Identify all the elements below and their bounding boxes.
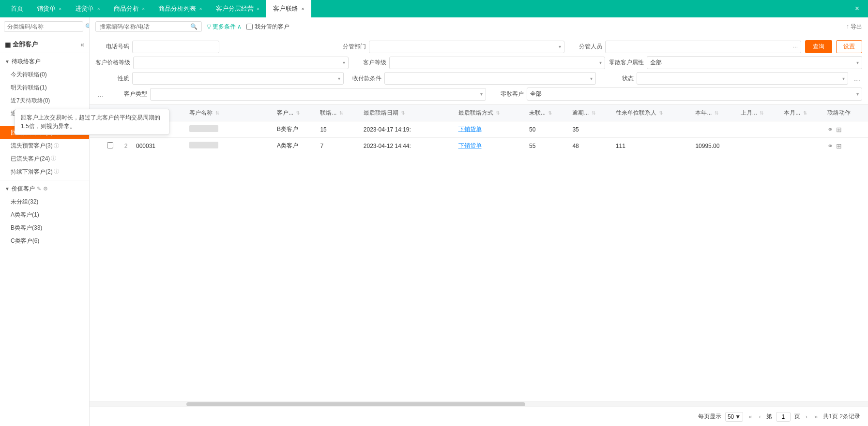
- td-last-contact-method-1[interactable]: 下销货单: [456, 121, 527, 138]
- more-conditions-btn[interactable]: ▽ 更多条件 ∧: [207, 23, 242, 31]
- th-uncontacted[interactable]: 未联... ⇅: [526, 105, 569, 121]
- pay-condition-select[interactable]: ▾: [384, 72, 596, 85]
- tooltip-text: 距客户上次交易时长，超过了此客户的平均交易周期的1.5倍，则视为异常。: [21, 114, 89, 130]
- horizontal-scrollbar[interactable]: [90, 401, 868, 407]
- td-last-contact-method-2[interactable]: 下销货单: [456, 138, 527, 154]
- nav-sales-order-close[interactable]: ×: [59, 6, 61, 12]
- person-select-dots: ···: [793, 44, 798, 50]
- th-this-year-sort: ⇅: [715, 110, 718, 116]
- prev-page-btn[interactable]: ‹: [757, 413, 762, 420]
- sidebar-item-class-a[interactable]: A类客户(1): [0, 208, 89, 221]
- search-input[interactable]: [100, 23, 190, 30]
- window-close-button[interactable]: ×: [850, 4, 864, 13]
- sidebar-item-tomorrow[interactable]: 明天待联络(1): [0, 81, 89, 94]
- sidebar-search-icon[interactable]: 🔍: [85, 23, 90, 30]
- th-name[interactable]: 客户名称 ⇅: [186, 105, 274, 121]
- filter-dots-4[interactable]: ...: [95, 90, 106, 99]
- nav-customer-contact-label: 客户联络: [273, 4, 298, 13]
- nav-purchase-order[interactable]: 进货单 ×: [68, 0, 107, 17]
- person-select[interactable]: ···: [605, 41, 801, 53]
- row1-last-contact-method[interactable]: 下销货单: [458, 126, 482, 132]
- th-overdue[interactable]: 逾期... ⇅: [569, 105, 612, 121]
- scroll-thumb[interactable]: [186, 402, 525, 406]
- settings-button[interactable]: 设置: [836, 40, 862, 53]
- page-number-input[interactable]: [776, 412, 791, 422]
- row2-grid-icon[interactable]: ⊞: [836, 142, 842, 150]
- th-type[interactable]: 客户... ⇅: [274, 105, 317, 121]
- declining-info-icon: ⓘ: [54, 168, 59, 175]
- nav-home[interactable]: 首页: [4, 0, 30, 17]
- customer-grade-select[interactable]: ▾: [389, 57, 606, 69]
- nav-product-analysis[interactable]: 商品分析 ×: [107, 0, 152, 17]
- filter-icon: ▽: [207, 23, 211, 30]
- sidebar-item-7days[interactable]: 近7天待联络(0): [0, 94, 89, 107]
- per-page-select[interactable]: 50 ▼: [725, 412, 743, 422]
- nav-product-analysis-close[interactable]: ×: [142, 6, 145, 12]
- th-last-month[interactable]: 上月... ⇅: [738, 105, 781, 121]
- sidebar-all-customers[interactable]: ▦ 全部客户 «: [0, 36, 89, 53]
- next-page-btn[interactable]: ›: [804, 413, 809, 420]
- nav-purchase-order-close[interactable]: ×: [97, 6, 100, 12]
- nav-customer-tiering[interactable]: 客户分层经营 ×: [209, 0, 266, 17]
- row1-link-icon[interactable]: ⚭: [827, 126, 833, 133]
- dept-select[interactable]: ▾: [369, 41, 565, 53]
- value-group-edit-icon[interactable]: ✎: [37, 186, 41, 192]
- nav-product-analysis-list-close[interactable]: ×: [199, 6, 202, 12]
- sidebar-toggle-icon[interactable]: «: [80, 41, 84, 48]
- sidebar-search-input[interactable]: [4, 21, 83, 32]
- th-contact[interactable]: 联络... ⇅: [317, 105, 360, 121]
- phone-input[interactable]: [132, 41, 219, 53]
- sidebar-item-today[interactable]: 今天待联络(0): [0, 68, 89, 81]
- filter-customer-grade: 客户等级 ▾: [352, 57, 606, 69]
- td-company-contact-1: [613, 121, 693, 138]
- row2-link-icon[interactable]: ⚭: [827, 142, 833, 150]
- row2-last-contact-method[interactable]: 下销货单: [458, 142, 482, 149]
- customer-type-select[interactable]: ▾: [150, 88, 486, 101]
- churn-warning-info-icon: ⓘ: [54, 142, 59, 149]
- sidebar-item-ungroup[interactable]: 未分组(32): [0, 195, 89, 208]
- sidebar-item-churn-warning[interactable]: 流失预警客户(3) ⓘ: [0, 139, 89, 152]
- th-this-month[interactable]: 本月... ⇅: [781, 105, 824, 121]
- filter-gender: 性质 ▾: [95, 72, 344, 85]
- row2-checkbox[interactable]: [107, 142, 113, 148]
- first-page-btn[interactable]: «: [747, 413, 753, 420]
- price-grade-select[interactable]: ▾: [133, 57, 349, 69]
- advanced-filter: 电话号码 分管部门 ▾ 分管人员 ···: [90, 36, 868, 105]
- pending-section-label: 待联络客户: [12, 58, 41, 66]
- content-area: 🔍 ▽ 更多条件 ∧ 我分管的客户 ↑ 导出: [90, 17, 868, 426]
- nav-sales-order[interactable]: 销货单 ×: [30, 0, 68, 17]
- search-icon[interactable]: 🔍: [190, 23, 198, 30]
- nav-customer-tiering-close[interactable]: ×: [257, 6, 259, 12]
- tooltip-box: 距客户上次交易时长，超过了此客户的平均交易周期的1.5倍，则视为异常。: [15, 109, 89, 135]
- sidebar: 🔍 ▦ 全部客户 « ▼ 待联络客户 今天待联络(0): [0, 17, 90, 426]
- retail-customer-select[interactable]: 全部 ▾: [527, 88, 862, 101]
- sidebar-item-declining[interactable]: 持续下滑客户(2) ⓘ: [0, 165, 89, 178]
- sidebar-section-pending-title[interactable]: ▼ 待联络客户: [0, 55, 89, 68]
- th-company-contact[interactable]: 往来单位联系人 ⇅: [613, 105, 693, 121]
- sidebar-item-churned[interactable]: 已流失客户(24) ⓘ: [0, 152, 89, 165]
- row1-grid-icon[interactable]: ⊞: [836, 126, 842, 133]
- sidebar-item-class-b[interactable]: B类客户(33): [0, 221, 89, 235]
- th-last-contact-method[interactable]: 最后联络方式 ⇅: [456, 105, 527, 121]
- filter-dots-3[interactable]: ...: [852, 74, 862, 83]
- sidebar-item-class-c[interactable]: C类客户(6): [0, 235, 89, 248]
- filter-retail-attr: 零散客户属性 全部 ▾: [609, 56, 862, 69]
- sidebar-value-group-title[interactable]: ▼ 价值客户 ✎ ⚙: [0, 182, 89, 195]
- status-select[interactable]: ▾: [637, 72, 848, 85]
- retail-attr-select[interactable]: 全部 ▾: [647, 56, 862, 69]
- nav-customer-contact-close[interactable]: ×: [301, 6, 304, 12]
- query-button[interactable]: 查询: [805, 40, 832, 53]
- gender-select[interactable]: ▾: [132, 72, 344, 85]
- nav-product-analysis-list[interactable]: 商品分析列表 ×: [152, 0, 209, 17]
- last-page-btn[interactable]: »: [813, 413, 819, 420]
- my-customers-filter[interactable]: 我分管的客户: [246, 23, 289, 31]
- th-this-year[interactable]: 本年... ⇅: [692, 105, 737, 121]
- nav-customer-contact[interactable]: 客户联络 ×: [266, 0, 311, 17]
- my-customers-checkbox[interactable]: [246, 24, 253, 30]
- export-button[interactable]: ↑ 导出: [846, 23, 862, 31]
- td-checkbox-2[interactable]: [104, 138, 119, 154]
- nav-product-analysis-list-label: 商品分析列表: [158, 4, 196, 13]
- value-group-settings-icon[interactable]: ⚙: [43, 186, 48, 192]
- th-last-contact-date[interactable]: 最后联络日期 ⇅: [361, 105, 456, 121]
- td-num-2: 2: [119, 138, 133, 154]
